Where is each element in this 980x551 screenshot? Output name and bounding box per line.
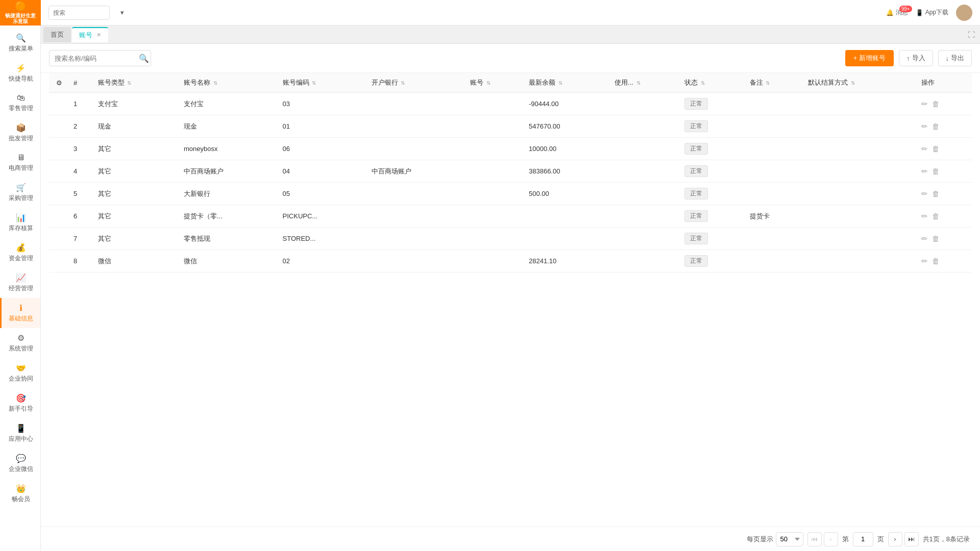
th-account[interactable]: 账号 ⇅: [466, 73, 525, 93]
cell-account-7: [466, 250, 525, 272]
export-button[interactable]: ↓ 导出: [938, 50, 972, 66]
edit-icon-3[interactable]: ✏: [921, 167, 928, 176]
sidebar-label-search-menu: 搜索菜单: [9, 44, 33, 53]
delete-icon-5[interactable]: 🗑: [932, 212, 940, 220]
top-search-input[interactable]: [48, 6, 110, 20]
delete-icon-6[interactable]: 🗑: [932, 234, 940, 243]
sidebar-item-enterprise-agreement[interactable]: 🤝企业协同: [0, 358, 40, 388]
sidebar-label-ecommerce-manage: 电商管理: [9, 164, 33, 172]
sidebar-item-beginner-guide[interactable]: 🎯新手引导: [0, 388, 40, 418]
page-number-input[interactable]: [853, 532, 873, 546]
table-row: 4 其它 中百商场账户 04 中百商场账户 383866.00 正常 ✏ 🗑: [49, 160, 972, 183]
th-notes[interactable]: 备注 ⇅: [746, 73, 804, 93]
sidebar-item-wholesale-manage[interactable]: 📦批发管理: [0, 118, 40, 148]
delete-icon-2[interactable]: 🗑: [932, 144, 940, 153]
edit-icon-6[interactable]: ✏: [921, 234, 928, 243]
th-usage[interactable]: 使用... ⇅: [610, 73, 680, 93]
notification-button[interactable]: 🔔 消息 99+: [886, 8, 908, 17]
table-header: ⚙ # 账号类型 ⇅ 账号名称 ⇅ 账号编码 ⇅ 开户银行 ⇅ 账号 ⇅ 最新余…: [49, 73, 972, 93]
th-account-type[interactable]: 账号类型 ⇅: [94, 73, 180, 93]
cell-type-7: 微信: [94, 250, 180, 272]
sidebar-item-inventory[interactable]: 📊库存核算: [0, 208, 40, 238]
sidebar-icon-wholesale-manage: 📦: [16, 123, 26, 133]
edit-icon-2[interactable]: ✏: [921, 144, 928, 154]
cell-num-4: 5: [69, 183, 94, 205]
edit-icon-5[interactable]: ✏: [921, 212, 928, 221]
sidebar-item-system-manage[interactable]: ⚙系统管理: [0, 328, 40, 358]
tab-account[interactable]: 账号✕: [72, 27, 108, 42]
app-edition: 乐意版: [13, 18, 28, 24]
th-settings[interactable]: ⚙: [49, 73, 69, 93]
cell-balance-4: 500.00: [525, 183, 610, 205]
delete-icon-7[interactable]: 🗑: [932, 257, 940, 265]
delete-icon-0[interactable]: 🗑: [932, 99, 940, 108]
cell-type-0: 支付宝: [94, 93, 180, 115]
cell-code-7: 02: [279, 250, 368, 272]
cell-usage-3: [610, 160, 680, 183]
delete-icon-1[interactable]: 🗑: [932, 122, 940, 131]
edit-icon-1[interactable]: ✏: [921, 122, 928, 131]
sidebar-nav: 🔍搜索菜单⚡快捷导航🛍零售管理📦批发管理🖥电商管理🛒采购管理📊库存核算💰资金管理…: [0, 26, 40, 509]
cell-settings-1: [49, 115, 69, 138]
sidebar-item-operations-manage[interactable]: 📈经营管理: [0, 268, 40, 298]
sidebar-item-retail-manage[interactable]: 🛍零售管理: [0, 88, 40, 118]
th-status[interactable]: 状态 ⇅: [680, 73, 746, 93]
sidebar-item-vip-member[interactable]: 👑畅会员: [0, 479, 40, 509]
sidebar-label-retail-manage: 零售管理: [9, 104, 33, 113]
tab-close-account[interactable]: ✕: [96, 32, 101, 38]
last-page-button[interactable]: ⏭: [904, 532, 919, 546]
status-badge-5: 正常: [684, 210, 708, 222]
delete-icon-4[interactable]: 🗑: [932, 189, 940, 198]
prev-page-button[interactable]: ‹: [824, 532, 838, 546]
import-button[interactable]: ↑ 导入: [899, 50, 933, 66]
search-button[interactable]: 🔍: [136, 50, 152, 66]
sidebar-item-app-center[interactable]: 📱应用中心: [0, 418, 40, 448]
edit-icon-0[interactable]: ✏: [921, 99, 928, 109]
th-latest-balance[interactable]: 最新余额 ⇅: [525, 73, 610, 93]
cell-code-1: 01: [279, 115, 368, 138]
sidebar-item-quick-nav[interactable]: ⚡快捷导航: [0, 58, 40, 88]
sidebar-label-vip-member: 畅会员: [12, 495, 30, 504]
sidebar-item-ecommerce-manage[interactable]: 🖥电商管理: [0, 148, 40, 178]
cell-bank-5: [368, 205, 467, 228]
table-body: 1 支付宝 支付宝 03 -90444.00 正常 ✏ 🗑 2 现金 现金 01…: [49, 93, 972, 272]
app-download-button[interactable]: 📱 App下载: [916, 8, 948, 17]
tab-home[interactable]: 首页: [43, 27, 71, 42]
sidebar-item-finance-manage[interactable]: 💰资金管理: [0, 238, 40, 268]
cell-balance-2: 10000.00: [525, 138, 610, 160]
action-icons-6: ✏ 🗑: [921, 234, 968, 243]
th-default-settlement[interactable]: 默认结算方式 ⇅: [804, 73, 917, 93]
cell-balance-0: -90444.00: [525, 93, 610, 115]
tab-expand-button[interactable]: ⛶: [965, 29, 977, 41]
cell-account-4: [466, 183, 525, 205]
app-logo: 🟠 畅捷通好生意 乐意版: [0, 0, 41, 26]
edit-icon-4[interactable]: ✏: [921, 189, 928, 198]
delete-icon-3[interactable]: 🗑: [932, 167, 940, 176]
sidebar-item-search-menu[interactable]: 🔍搜索菜单: [0, 28, 40, 58]
sidebar-item-purchase-manage[interactable]: 🛒采购管理: [0, 178, 40, 208]
dropdown-button[interactable]: ▾: [115, 6, 129, 20]
cell-operation-6: ✏ 🗑: [917, 228, 972, 250]
th-opening-bank[interactable]: 开户银行 ⇅: [368, 73, 467, 93]
cell-name-0: 支付宝: [180, 93, 279, 115]
sidebar-item-basic-info[interactable]: ℹ基础信息: [0, 298, 40, 328]
th-account-name[interactable]: 账号名称 ⇅: [180, 73, 279, 93]
cell-status-1: 正常: [680, 115, 746, 138]
edit-icon-7[interactable]: ✏: [921, 257, 928, 266]
sidebar-item-enterprise-wechat[interactable]: 💬企业微信: [0, 448, 40, 479]
first-page-button[interactable]: ⏮: [807, 532, 822, 546]
page-size-label: 每页显示: [747, 535, 773, 544]
cell-name-3: 中百商场账户: [180, 160, 279, 183]
user-avatar[interactable]: [956, 5, 972, 21]
add-account-button[interactable]: + 新增账号: [845, 50, 894, 66]
sidebar-icon-vip-member: 👑: [16, 484, 26, 493]
next-page-button[interactable]: ›: [888, 532, 902, 546]
app-download-label: App下载: [925, 8, 948, 17]
export-icon: ↓: [946, 55, 949, 62]
page-size-select[interactable]: 50 100 200: [776, 532, 803, 546]
cell-account-6: [466, 228, 525, 250]
cell-settings-3: [49, 160, 69, 183]
tab-bar: 首页账号✕⛶: [41, 26, 980, 44]
th-account-code[interactable]: 账号编码 ⇅: [279, 73, 368, 93]
sidebar-label-quick-nav: 快捷导航: [9, 74, 33, 83]
